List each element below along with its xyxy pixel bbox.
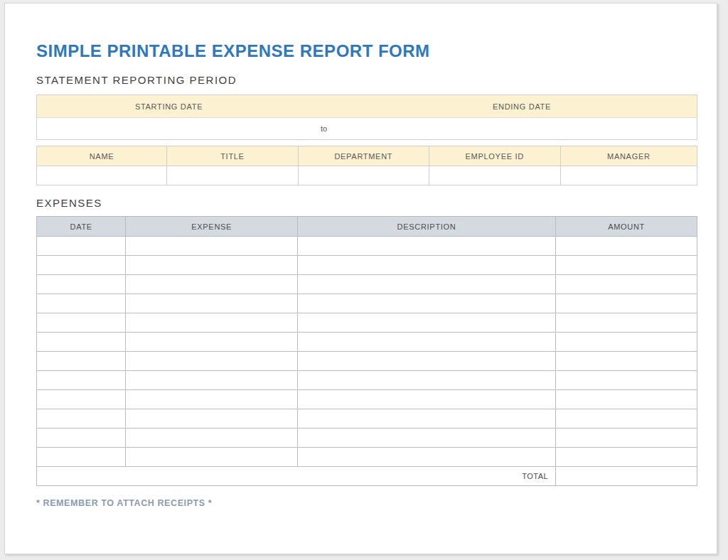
- expense-row: [37, 237, 697, 256]
- expense-input-cell[interactable]: [126, 275, 298, 294]
- expense-input-cell[interactable]: [297, 237, 555, 256]
- employee-value-row: [37, 166, 697, 185]
- expenses-table: DATE EXPENSE DESCRIPTION AMOUNT TOTAL: [36, 216, 697, 486]
- expense-input-cell[interactable]: [126, 294, 298, 313]
- expense-input-cell[interactable]: [297, 313, 555, 333]
- expense-input-cell[interactable]: [37, 448, 126, 467]
- expense-input-cell[interactable]: [297, 333, 555, 352]
- expense-input-cell[interactable]: [126, 333, 298, 352]
- expense-input-cell[interactable]: [297, 256, 555, 275]
- ending-date-column-header: ENDING DATE: [347, 95, 697, 118]
- expense-input-cell[interactable]: [126, 352, 298, 371]
- expense-input-cell[interactable]: [556, 237, 697, 256]
- expense-row: [37, 409, 697, 429]
- department-column-header: DEPARTMENT: [298, 146, 429, 166]
- expense-input-cell[interactable]: [556, 333, 697, 352]
- title-input-cell[interactable]: [167, 166, 299, 185]
- expense-input-cell[interactable]: [37, 294, 126, 313]
- expense-row: [37, 294, 697, 313]
- expense-input-cell[interactable]: [37, 352, 126, 371]
- expense-row: [37, 313, 697, 333]
- manager-input-cell[interactable]: [560, 166, 697, 185]
- date-column-header: DATE: [37, 217, 126, 237]
- expense-input-cell[interactable]: [126, 237, 298, 256]
- expense-input-cell[interactable]: [37, 313, 126, 333]
- page-title: SIMPLE PRINTABLE EXPENSE REPORT FORM: [36, 41, 697, 61]
- expense-input-cell[interactable]: [37, 409, 126, 429]
- expense-input-cell[interactable]: [297, 371, 555, 390]
- expense-input-cell[interactable]: [556, 313, 697, 333]
- reporting-period-table: STARTING DATE ENDING DATE to: [36, 95, 697, 140]
- to-label: to: [301, 118, 347, 140]
- employee-info-table: NAME TITLE DEPARTMENT EMPLOYEE ID MANAGE…: [36, 146, 697, 185]
- expense-input-cell[interactable]: [126, 448, 298, 467]
- expense-input-cell[interactable]: [37, 275, 126, 294]
- expense-input-cell[interactable]: [126, 409, 298, 429]
- total-row: TOTAL: [37, 467, 697, 486]
- expense-row: [37, 448, 697, 467]
- expense-input-cell[interactable]: [297, 275, 555, 294]
- expense-row: [37, 275, 697, 294]
- name-column-header: NAME: [37, 146, 167, 166]
- expense-row: [37, 371, 697, 390]
- reporting-period-spacer-header: [301, 95, 347, 118]
- expenses-body: [37, 237, 697, 467]
- expense-input-cell[interactable]: [37, 429, 126, 448]
- document-page: SIMPLE PRINTABLE EXPENSE REPORT FORM STA…: [4, 3, 717, 554]
- name-input-cell[interactable]: [37, 166, 167, 185]
- expense-column-header: EXPENSE: [126, 217, 298, 237]
- expense-row: [37, 352, 697, 371]
- expense-input-cell[interactable]: [297, 409, 555, 429]
- expense-input-cell[interactable]: [126, 390, 298, 409]
- reporting-period-header-row: STARTING DATE ENDING DATE: [37, 95, 697, 118]
- expense-input-cell[interactable]: [556, 390, 697, 409]
- expense-input-cell[interactable]: [126, 371, 298, 390]
- expense-row: [37, 256, 697, 275]
- total-label: TOTAL: [37, 467, 556, 486]
- expense-input-cell[interactable]: [37, 333, 126, 352]
- expense-input-cell[interactable]: [126, 256, 298, 275]
- expense-input-cell[interactable]: [297, 352, 555, 371]
- expense-input-cell[interactable]: [556, 409, 697, 429]
- expense-input-cell[interactable]: [556, 294, 697, 313]
- expense-input-cell[interactable]: [556, 371, 697, 390]
- employee-id-column-header: EMPLOYEE ID: [429, 146, 560, 166]
- expense-input-cell[interactable]: [37, 390, 126, 409]
- expense-input-cell[interactable]: [126, 429, 298, 448]
- expense-row: [37, 390, 697, 409]
- expense-input-cell[interactable]: [556, 448, 697, 467]
- employee-id-input-cell[interactable]: [429, 166, 560, 185]
- expense-input-cell[interactable]: [37, 256, 126, 275]
- section-title-reporting-period: STATEMENT REPORTING PERIOD: [36, 74, 697, 87]
- expense-input-cell[interactable]: [126, 313, 298, 333]
- title-column-header: TITLE: [167, 146, 299, 166]
- receipts-reminder: * REMEMBER TO ATTACH RECEIPTS *: [36, 498, 697, 508]
- reporting-period-value-row: to: [37, 118, 697, 140]
- expense-input-cell[interactable]: [556, 256, 697, 275]
- starting-date-column-header: STARTING DATE: [37, 95, 301, 118]
- expense-input-cell[interactable]: [297, 390, 555, 409]
- total-amount-input-cell[interactable]: [556, 467, 697, 486]
- expense-input-cell[interactable]: [556, 429, 697, 448]
- section-title-expenses: EXPENSES: [36, 197, 697, 210]
- expense-input-cell[interactable]: [297, 448, 555, 467]
- expenses-header-row: DATE EXPENSE DESCRIPTION AMOUNT: [37, 217, 697, 237]
- expense-row: [37, 429, 697, 448]
- expense-input-cell[interactable]: [297, 429, 555, 448]
- amount-column-header: AMOUNT: [556, 217, 697, 237]
- description-column-header: DESCRIPTION: [297, 217, 555, 237]
- expense-input-cell[interactable]: [37, 237, 126, 256]
- expense-input-cell[interactable]: [556, 352, 697, 371]
- expense-input-cell[interactable]: [37, 371, 126, 390]
- department-input-cell[interactable]: [298, 166, 429, 185]
- expense-input-cell[interactable]: [556, 275, 697, 294]
- employee-header-row: NAME TITLE DEPARTMENT EMPLOYEE ID MANAGE…: [37, 146, 697, 166]
- manager-column-header: MANAGER: [560, 146, 697, 166]
- starting-date-input-cell[interactable]: [37, 118, 301, 140]
- expense-row: [37, 333, 697, 352]
- ending-date-input-cell[interactable]: [347, 118, 697, 140]
- expense-input-cell[interactable]: [297, 294, 555, 313]
